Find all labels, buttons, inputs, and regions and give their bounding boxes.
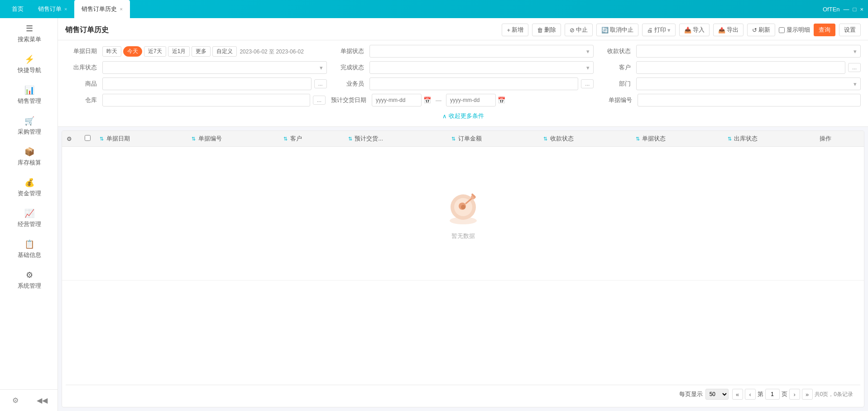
delivery-date-end[interactable] bbox=[446, 94, 496, 106]
doc-number-field bbox=[638, 94, 861, 106]
first-page-icon: « bbox=[736, 391, 739, 398]
sidebar-settings-btn[interactable]: ⚙ bbox=[4, 393, 27, 407]
col-number: ⇅ 单据编号 bbox=[187, 131, 279, 147]
last-page-btn[interactable]: » bbox=[802, 389, 813, 400]
print-icon: 🖨 bbox=[647, 27, 653, 34]
sidebar-collapse-btn[interactable]: ◀◀ bbox=[31, 393, 54, 407]
delivery-date-start-group: 📅 bbox=[372, 94, 431, 106]
table-settings-icon[interactable]: ⚙ bbox=[67, 135, 72, 142]
minimize-btn[interactable]: — bbox=[844, 6, 849, 13]
doc-number-input[interactable] bbox=[638, 94, 861, 106]
sort-doc-status-icon[interactable]: ⇅ bbox=[636, 136, 640, 141]
next-page-btn[interactable]: › bbox=[789, 389, 800, 400]
system-mgmt-icon: ⚙ bbox=[26, 270, 33, 280]
per-page-wrapper: 每页显示 10 20 50 100 bbox=[679, 389, 729, 400]
doc-status-field bbox=[369, 45, 594, 58]
product-label: 商品 bbox=[65, 80, 97, 88]
product-ellipsis-btn[interactable]: ... bbox=[314, 79, 327, 88]
calendar-start-icon[interactable]: 📅 bbox=[423, 97, 431, 104]
sort-amount-icon[interactable]: ⇅ bbox=[451, 136, 456, 141]
data-table: ⚙ ⇅ 单据日期 ⇅ 单据编号 bbox=[62, 131, 864, 280]
sort-out-status-icon[interactable]: ⇅ bbox=[728, 136, 732, 141]
warehouse-label: 仓库 bbox=[65, 96, 97, 104]
toolbar: + 新增 🗑 删除 ⊘ 中止 🔄 取消中止 🖨 打印 bbox=[502, 24, 861, 36]
dept-field bbox=[636, 77, 861, 90]
search-menu-icon: ☰ bbox=[26, 24, 33, 34]
customer-ellipsis-btn[interactable]: ... bbox=[848, 63, 861, 72]
query-button[interactable]: 查询 bbox=[814, 24, 835, 36]
print-dropdown-icon bbox=[667, 27, 671, 34]
payment-status-select[interactable] bbox=[636, 45, 861, 58]
out-status-select[interactable] bbox=[102, 61, 327, 74]
sidebar-item-quick-nav[interactable]: ⚡ 快捷导航 bbox=[0, 49, 58, 80]
sort-number-icon[interactable]: ⇅ bbox=[192, 136, 196, 141]
product-input[interactable] bbox=[102, 77, 312, 90]
sidebar-item-operation-mgmt[interactable]: 📈 经营管理 bbox=[0, 203, 58, 234]
out-status-field bbox=[102, 61, 327, 74]
cancel-stop-button[interactable]: 🔄 取消中止 bbox=[596, 24, 638, 36]
sidebar-item-sales-mgmt[interactable]: 📊 销售管理 bbox=[0, 80, 58, 111]
page-input[interactable] bbox=[765, 389, 780, 400]
date-btn-yesterday[interactable]: 昨天 bbox=[102, 46, 121, 57]
warehouse-ellipsis-btn[interactable]: ... bbox=[313, 96, 326, 105]
date-btn-more[interactable]: 更多 bbox=[192, 46, 211, 57]
sidebar-item-search-menu[interactable]: ☰ 搜索菜单 bbox=[0, 18, 58, 49]
collapse-button[interactable]: ∧ 收起更多条件 bbox=[65, 110, 861, 122]
refresh-button[interactable]: ↺ 刷新 bbox=[747, 24, 775, 36]
doc-status-dropdown-icon bbox=[586, 48, 590, 55]
warehouse-input[interactable] bbox=[102, 94, 310, 106]
doc-status-select[interactable] bbox=[369, 45, 594, 58]
tab-sales-order-history-close[interactable]: × bbox=[120, 6, 122, 12]
per-page-select[interactable]: 10 20 50 100 bbox=[705, 389, 729, 400]
close-btn[interactable]: × bbox=[860, 6, 863, 13]
customer-field: ... bbox=[636, 61, 861, 74]
sidebar-item-system-mgmt[interactable]: ⚙ 系统管理 bbox=[0, 265, 58, 295]
top-bar-right: OfTEn — □ × bbox=[823, 6, 863, 13]
col-amount-label: 订单金额 bbox=[458, 135, 482, 142]
settings-button[interactable]: 设置 bbox=[839, 24, 861, 36]
cancel-stop-icon: 🔄 bbox=[601, 27, 609, 34]
sort-customer-icon[interactable]: ⇅ bbox=[283, 136, 288, 141]
col-action: 操作 bbox=[815, 131, 864, 147]
tab-sales-order-history[interactable]: 销售订单历史 × bbox=[74, 0, 129, 18]
sidebar-item-fund-mgmt[interactable]: 💰 资金管理 bbox=[0, 172, 58, 203]
sidebar-item-inventory-mgmt[interactable]: 📦 库存核算 bbox=[0, 141, 58, 172]
calendar-end-icon[interactable]: 📅 bbox=[498, 97, 505, 104]
sort-delivery-icon[interactable]: ⇅ bbox=[348, 136, 352, 141]
export-label: 导出 bbox=[727, 26, 739, 34]
select-all-checkbox[interactable] bbox=[85, 135, 91, 141]
export-button[interactable]: 📤 导出 bbox=[713, 24, 743, 36]
sidebar-item-basic-info[interactable]: 📋 基础信息 bbox=[0, 234, 58, 265]
delivery-date-start[interactable] bbox=[372, 94, 422, 106]
date-btn-7days[interactable]: 近7天 bbox=[144, 46, 166, 57]
tab-sales-order[interactable]: 销售订单 × bbox=[31, 0, 74, 18]
delete-button[interactable]: 🗑 删除 bbox=[532, 24, 561, 36]
page-header: 销售订单历史 + 新增 🗑 删除 ⊘ 中止 🔄 取消中止 bbox=[58, 18, 868, 40]
payment-status-field bbox=[636, 45, 861, 58]
first-page-btn[interactable]: « bbox=[732, 389, 743, 400]
salesperson-ellipsis-btn[interactable]: ... bbox=[581, 79, 594, 88]
tab-home[interactable]: 首页 bbox=[5, 0, 31, 18]
sort-date-icon[interactable]: ⇅ bbox=[100, 136, 104, 141]
sidebar-item-purchase-mgmt[interactable]: 🛒 采购管理 bbox=[0, 111, 58, 141]
col-customer-label: 客户 bbox=[290, 135, 302, 142]
add-button[interactable]: + 新增 bbox=[502, 24, 528, 36]
complete-status-select[interactable] bbox=[369, 61, 594, 74]
date-btn-today[interactable]: 今天 bbox=[123, 46, 142, 57]
sidebar-bottom: ⚙ ◀◀ bbox=[0, 389, 58, 411]
prev-page-btn[interactable]: ‹ bbox=[745, 389, 756, 400]
doc-number-label: 单据编号 bbox=[600, 96, 632, 104]
salesperson-input[interactable] bbox=[369, 77, 579, 90]
tab-sales-order-close[interactable]: × bbox=[64, 6, 67, 12]
display-detail-checkbox[interactable] bbox=[779, 27, 785, 33]
stop-button[interactable]: ⊘ 中止 bbox=[565, 24, 593, 36]
date-btn-custom[interactable]: 自定义 bbox=[212, 46, 237, 57]
maximize-btn[interactable]: □ bbox=[853, 6, 857, 13]
customer-input[interactable] bbox=[636, 61, 845, 74]
page-title: 销售订单历史 bbox=[65, 25, 109, 35]
print-button[interactable]: 🖨 打印 bbox=[642, 24, 676, 36]
sort-payment-icon[interactable]: ⇅ bbox=[543, 136, 547, 141]
dept-select[interactable] bbox=[636, 77, 861, 90]
date-btn-1month[interactable]: 近1月 bbox=[168, 46, 190, 57]
import-button[interactable]: 📥 导入 bbox=[679, 24, 710, 36]
